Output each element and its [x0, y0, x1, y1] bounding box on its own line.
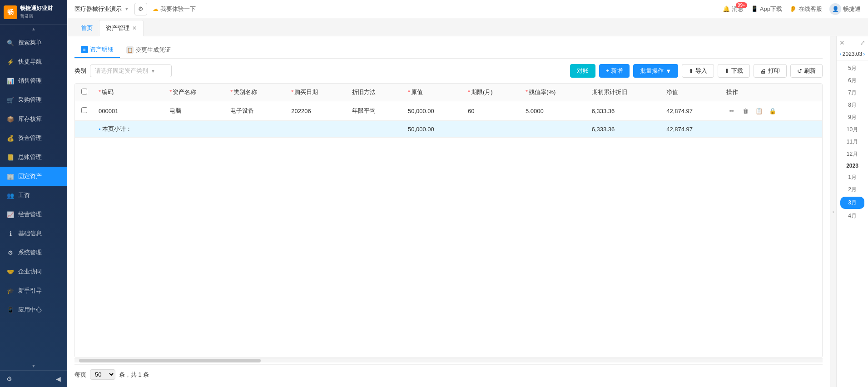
sales-icon: 📊 — [6, 77, 15, 85]
quick-nav-icon: ⚡ — [6, 58, 15, 66]
sub-tab-asset-detail[interactable]: ≡ 资产明细 — [74, 42, 120, 58]
app-download-btn[interactable]: 📱 App下载 — [751, 5, 782, 13]
sidebar-bottom: ⚙ ◀ — [0, 370, 67, 387]
timeline-month-item[interactable]: 10月 — [837, 124, 868, 136]
sidebar-item-ledger[interactable]: 📒 总账管理 — [0, 148, 67, 167]
refresh-btn[interactable]: ↺ 刷新 — [790, 64, 823, 78]
timeline-current-month[interactable]: 3月 — [840, 197, 864, 209]
timeline-month-item[interactable]: 8月 — [837, 99, 868, 111]
timeline-items: 5月6月7月8月9月10月11月12月20231月2月3月4月 — [837, 60, 868, 387]
page-tabs: 首页资产管理✕ — [67, 18, 868, 36]
timeline-panel: ✕ ⤢ ‹ 2023.03 › 5月6月7月8月9月10月11月12月20231… — [836, 36, 868, 387]
sidebar: 畅 畅捷通好业财 普及版 ▲ 🔍 搜索菜单 ⚡ 快捷导航 📊 销售管理 🛒 采购… — [0, 0, 67, 387]
online-service-btn[interactable]: 👂 在线客服 — [789, 5, 822, 13]
category-filter[interactable]: 请选择固定资产类别 ▼ — [90, 64, 172, 77]
topbar-actions: 🔔 消息 99+ 📱 App下载 👂 在线客服 👤 畅捷通 — [723, 3, 861, 15]
tab-close-asset-mgmt[interactable]: ✕ — [132, 25, 137, 31]
sidebar-item-search[interactable]: 🔍 搜索菜单 — [0, 33, 67, 52]
delete-btn[interactable]: 🗑 — [740, 105, 751, 116]
timeline-arrow-right[interactable]: › — [863, 51, 865, 57]
timeline-close-btn[interactable]: ✕ — [839, 39, 845, 46]
timeline-month-item[interactable]: 5月 — [837, 62, 868, 74]
row-checkbox[interactable] — [81, 107, 87, 113]
timeline-month-item[interactable]: 12月 — [837, 148, 868, 160]
pagination: 每页 50 100 200 条，共 1 条 — [74, 364, 823, 382]
sidebar-item-operations[interactable]: 📈 经营管理 — [0, 205, 67, 224]
per-page-select[interactable]: 50 100 200 — [90, 369, 115, 380]
timeline-arrow-left[interactable]: ‹ — [840, 51, 842, 57]
col-header-original_value: *原值 — [402, 84, 462, 101]
toolbar: 类别 请选择固定资产类别 ▼ 对账 + 新增 — [74, 64, 823, 78]
page-tab-home[interactable]: 首页 — [74, 20, 99, 36]
lock-btn[interactable]: 🔒 — [767, 105, 778, 116]
capital-icon: 💰 — [6, 134, 15, 142]
sub-tab-change-voucher[interactable]: 📋 变更生成凭证 — [120, 42, 177, 58]
user-menu[interactable]: 👤 畅捷通 — [829, 3, 861, 15]
select-all-checkbox[interactable] — [81, 89, 87, 94]
trial-btn[interactable]: ☁ 我要体验一下 — [153, 5, 196, 13]
new-btn[interactable]: + 新增 — [599, 64, 630, 78]
sub-tabs: ≡ 资产明细 📋 变更生成凭证 — [74, 42, 823, 59]
sidebar-scroll-up[interactable]: ▲ — [0, 25, 67, 33]
sidebar-item-basic-info[interactable]: ℹ 基础信息 — [0, 224, 67, 243]
timeline-toggle-btn[interactable]: › — [830, 36, 836, 387]
timeline-month-item[interactable]: 11月 — [837, 136, 868, 148]
purchase-icon: 🛒 — [6, 96, 15, 104]
company-selector[interactable]: 医疗器械行业演示 ▼ — [74, 5, 129, 13]
timeline-month-item[interactable]: 7月 — [837, 87, 868, 99]
col-header-period: *期限(月) — [462, 84, 520, 101]
sidebar-scroll-down[interactable]: ▼ — [0, 362, 67, 370]
col-header-code: *编码 — [93, 84, 164, 101]
reconcile-btn[interactable]: 对账 — [570, 64, 595, 78]
settings-icon[interactable]: ⚙ — [6, 375, 12, 382]
import-btn[interactable]: ⬆ 导入 — [682, 64, 714, 78]
asset-table: *编码*资产名称*类别名称*购买日期折旧方法*原值*期限(月)*残值率(%)期初… — [74, 83, 823, 358]
system-icon: ⚙ — [6, 248, 15, 257]
search-icon: 🔍 — [6, 39, 15, 47]
sidebar-item-guide[interactable]: 🎓 新手引导 — [0, 281, 67, 300]
sidebar-nav: 🔍 搜索菜单 ⚡ 快捷导航 📊 销售管理 🛒 采购管理 📦 库存核算 💰 资金管… — [0, 33, 67, 362]
download-btn[interactable]: ⬇ 下载 — [718, 64, 750, 78]
col-header-checkbox — [75, 84, 93, 101]
horizontal-scrollbar[interactable] — [74, 358, 823, 362]
chevron-right-icon: › — [833, 209, 834, 214]
sidebar-item-fixed-assets[interactable]: 🏢 固定资产 — [0, 167, 67, 186]
table-row: 000001电脑电子设备202206年限平均50,000.00605.00006… — [75, 101, 822, 121]
timeline-month-item[interactable]: 2月 — [837, 184, 868, 196]
copy-btn[interactable]: 📋 — [754, 105, 764, 116]
sidebar-item-sales[interactable]: 📊 销售管理 — [0, 71, 67, 90]
notifications-btn[interactable]: 🔔 消息 99+ — [723, 5, 744, 13]
print-icon: 🖨 — [760, 68, 766, 74]
timeline-month-item[interactable]: 9月 — [837, 111, 868, 124]
sidebar-item-inventory[interactable]: 📦 库存核算 — [0, 109, 67, 129]
sidebar-item-capital[interactable]: 💰 资金管理 — [0, 129, 67, 148]
service-icon: 👂 — [789, 5, 797, 12]
enterprise-icon: 🤝 — [6, 268, 15, 276]
sidebar-item-app-center[interactable]: 📱 应用中心 — [0, 300, 67, 319]
collapse-icon[interactable]: ◀ — [56, 375, 61, 382]
avatar: 👤 — [829, 3, 841, 15]
batch-ops-btn[interactable]: 批量操作 ▼ — [633, 64, 678, 78]
topbar-settings-btn[interactable]: ⚙ — [134, 3, 147, 15]
sidebar-item-system[interactable]: ⚙ 系统管理 — [0, 243, 67, 262]
timeline-expand-btn[interactable]: ⤢ — [860, 39, 865, 46]
timeline-month-item[interactable]: 1月 — [837, 171, 868, 184]
sidebar-item-quick-nav[interactable]: ⚡ 快捷导航 — [0, 52, 67, 71]
sidebar-item-payroll[interactable]: 👥 工资 — [0, 186, 67, 205]
col-header-depreciation_method: 折旧方法 — [347, 84, 402, 101]
timeline-year-label: 2023 — [837, 160, 868, 171]
edit-btn[interactable]: ✏ — [726, 105, 737, 116]
main-area: 医疗器械行业演示 ▼ ⚙ ☁ 我要体验一下 🔔 消息 99+ 📱 App下载 — [67, 0, 868, 387]
page-tab-asset-mgmt[interactable]: 资产管理✕ — [99, 20, 144, 36]
print-btn[interactable]: 🖨 打印 — [754, 64, 787, 78]
sidebar-logo: 畅 畅捷通好业财 普及版 — [4, 5, 64, 20]
col-header-purchase_date: *购买日期 — [286, 84, 347, 101]
sidebar-item-purchase[interactable]: 🛒 采购管理 — [0, 90, 67, 109]
col-header-action: 操作 — [721, 84, 822, 101]
ledger-icon: 📒 — [6, 153, 15, 161]
scrollbar-thumb[interactable] — [79, 359, 261, 362]
sidebar-item-enterprise[interactable]: 🤝 企业协同 — [0, 262, 67, 281]
timeline-month-item[interactable]: 4月 — [837, 210, 868, 222]
mobile-icon: 📱 — [751, 5, 758, 12]
timeline-month-item[interactable]: 6月 — [837, 74, 868, 87]
